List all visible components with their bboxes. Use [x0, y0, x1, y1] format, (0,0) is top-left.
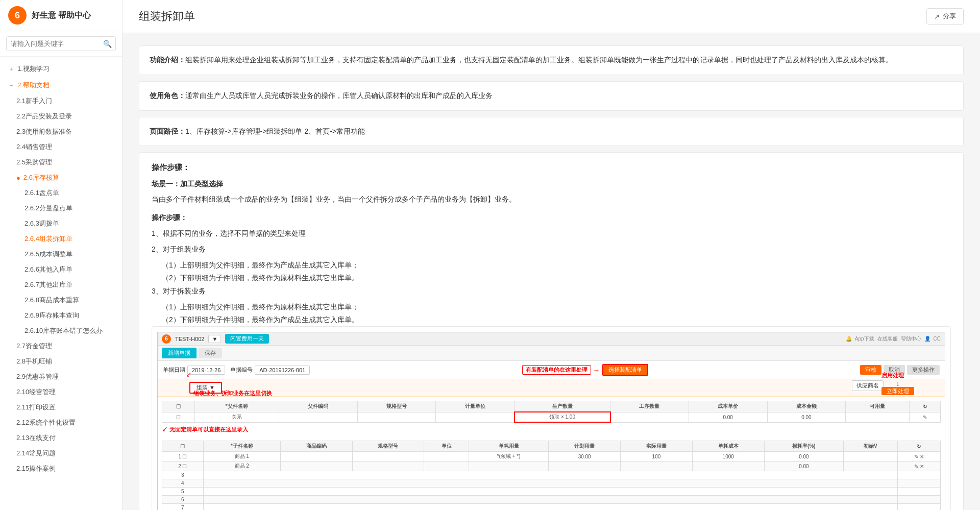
mock-topbar-id: TEST-H002 [175, 336, 204, 342]
table-row: ☐ 关系 领取 × 1.00 0.00 0.00 [162, 412, 941, 422]
table-row: 1 ☐ 商品 1 *(领域 + *) 30.00 100 1000 0 [162, 452, 941, 462]
sidebar-item-other-out[interactable]: 2.6.7其他出库单 [0, 277, 122, 293]
intro-card: 功能介绍：组装拆卸单用来处理企业组装或拆卸等加工业务，支持有固定装配清单的产品加… [139, 45, 964, 75]
col-child-action: ↻ [897, 441, 940, 452]
mock-os-left: 6 TEST-H002 ▼ 闲置费用一天 [162, 334, 269, 344]
row-action: ✎ [910, 412, 941, 422]
col-avail: 可用量 [846, 401, 910, 412]
row-empty [203, 471, 897, 479]
mock-annotation-3: 组装业务、拆卸业务在这里切换 [193, 390, 272, 397]
row-num: 4 [162, 479, 204, 488]
mock-logo: 6 [162, 334, 171, 344]
mock-child-table: ☐ *子件名称 商品编码 规格型号 单位 单耗用量 计划用量 实际用量 单耗成本 [162, 441, 941, 510]
sidebar: 6 好生意 帮助中心 🔍 ＋ 1.视频学习 － 2.帮助文档 2.1新手入门 2… [0, 0, 122, 510]
leaf-label: 2.6.5成本调整单 [24, 250, 72, 259]
mock-child-table-area: ☐ *子件名称 商品编码 规格型号 单位 单耗用量 计划用量 实际用量 单耗成本 [158, 436, 945, 510]
table-row: 6 [162, 496, 941, 504]
col-proc-qty: 工序数量 [610, 401, 689, 412]
sidebar-sub-label: 2.7资金管理 [16, 342, 52, 351]
mock-enable-area: 供应商名 [852, 380, 884, 391]
sidebar-item-print[interactable]: 2.11打印设置 [0, 400, 122, 415]
sidebar-sub-label: 2.14常见问题 [16, 449, 56, 458]
row-cost-unit: 0.00 [689, 412, 767, 422]
sidebar-item-sales[interactable]: 2.4销售管理 [0, 139, 122, 155]
row-unit [436, 412, 514, 422]
sidebar-item-cost-recalc[interactable]: 2.6.8商品成本重算 [0, 293, 122, 308]
row-child-unit [424, 462, 469, 471]
sidebar-item-faq[interactable]: 2.14常见问题 [0, 446, 122, 461]
col-prod-qty: 生产数量 [514, 401, 610, 412]
sidebar-item-mobile[interactable]: 2.8手机旺铺 [0, 354, 122, 369]
sidebar-item-transfer[interactable]: 2.6.3调拨单 [0, 216, 122, 231]
row-check: 2 ☐ [162, 462, 204, 471]
collapse-icon: － [8, 81, 14, 90]
sidebar-item-help-docs[interactable]: － 2.帮助文档 [0, 77, 122, 93]
sidebar-sub-label: 2.8手机旺铺 [16, 357, 52, 366]
arrow-right-icon: → [593, 366, 600, 374]
mock-help: 在线客服 [877, 335, 898, 343]
sidebar-sub-label: 2.6库存核算 [23, 173, 59, 182]
col-action: ↻ [910, 401, 941, 412]
sidebar-item-other-in[interactable]: 2.6.6其他入库单 [0, 262, 122, 277]
col-spec: 规格型号 [357, 401, 436, 412]
sidebar-item-inventory-book[interactable]: 2.6.9库存账本查询 [0, 308, 122, 323]
row-action [897, 479, 940, 488]
step2-2: （2）下部明细为子件明细，最终作为原材料生成其它出库单。 [162, 272, 951, 284]
mock-annotation-5-area: ↙ 无固定清单可以直接在这里录入 [162, 425, 941, 433]
row-avail [846, 412, 910, 422]
arrow-down-icon: ↙ [186, 370, 192, 378]
role-card: 使用角色：通常由生产人员或库管人员完成拆装业务的操作，库管人员确认原材料的出库和… [139, 81, 964, 111]
mock-enable-input: 供应商名 [852, 380, 884, 391]
row-action: ✎ ✕ [897, 462, 940, 471]
mock-tab-new: 新增单据 [162, 348, 197, 358]
main-area: 组装拆卸单 ↗ 分享 功能介绍：组装拆卸单用来处理企业组装或拆卸等加工业务，支持… [122, 0, 980, 510]
mock-enable-btn: 立即处理 [881, 387, 914, 395]
search-icon[interactable]: 🔍 [103, 40, 112, 48]
role-text: 通常由生产人员或库管人员完成拆装业务的操作，库管人员确认原材料的出库和产成品的入… [185, 91, 493, 100]
sidebar-item-beginner[interactable]: 2.1新手入门 [0, 93, 122, 109]
sidebar-item-video-learning[interactable]: ＋ 1.视频学习 [0, 61, 122, 77]
share-button[interactable]: ↗ 分享 [926, 8, 964, 25]
row-action: ✎ ✕ [897, 452, 940, 462]
sidebar-item-payment[interactable]: 2.13在线支付 [0, 430, 122, 446]
leaf-label: 2.6.7其他出库单 [24, 280, 72, 289]
mock-parent-table-area: ☐ *父件名称 父件编码 规格型号 计量单位 生产数量 工序数量 成本单价 成本… [158, 397, 945, 435]
sidebar-item-purchase[interactable]: 2.5采购管理 [0, 155, 122, 170]
row-actual [621, 462, 693, 471]
sidebar-item-finance[interactable]: 2.7资金管理 [0, 338, 122, 354]
scene1-desc: 当由多个子件材料组装成一个成品的业务为【组装】业务，当由一个父件拆分成多个子产品… [152, 193, 951, 206]
sidebar-item-cases[interactable]: 2.15操作案例 [0, 461, 122, 476]
mock-form-date-val: 2019-12-26 [187, 366, 225, 375]
sidebar-item-ops[interactable]: 2.10经营管理 [0, 384, 122, 400]
col-single-usage: 单耗用量 [469, 441, 548, 452]
mock-form-id: 单据编号 AD-20191226-001 [230, 366, 310, 375]
sidebar-item-customize[interactable]: 2.12系统个性化设置 [0, 415, 122, 430]
mock-annotation-4: 启用处理 [881, 372, 904, 378]
col-child-spec: 规格型号 [352, 441, 424, 452]
sidebar-item-partial-check[interactable]: 2.6.2分量盘点单 [0, 201, 122, 216]
sidebar-sub-label: 2.10经营管理 [16, 387, 56, 397]
sidebar-item-install[interactable]: 2.2产品安装及登录 [0, 109, 122, 124]
sidebar-item-inventory[interactable]: ● 2.6库存核算 [0, 170, 122, 185]
col-child-unit: 单位 [424, 441, 469, 452]
ops-title: 操作步骤： [152, 163, 951, 173]
sidebar-item-cost-adjust[interactable]: 2.6.5成本调整单 [0, 247, 122, 262]
path-text: 1、库存核算->库存管理->组装拆卸单 2、首页->常用功能 [185, 127, 365, 135]
row-num: 5 [162, 488, 204, 496]
sidebar-item-coupon[interactable]: 2.9优惠券管理 [0, 369, 122, 384]
sidebar-item-assembly[interactable]: 2.6.4组装拆卸单 [0, 231, 122, 247]
sidebar-item-inventory-error[interactable]: 2.6.10库存账本错了怎么办 [0, 323, 122, 338]
screenshot-container: 6 TEST-H002 ▼ 闲置费用一天 🔔 App下载 在线客服 帮助中心 👤… [152, 326, 951, 510]
search-input[interactable] [6, 36, 116, 51]
path-label: 页面路径： [150, 127, 185, 135]
col-init-v: 初始V [844, 441, 897, 452]
logo-text: 好生意 帮助中心 [32, 10, 91, 21]
row-action [897, 504, 940, 510]
ops-steps-title: 操作步骤： [152, 211, 951, 224]
mock-app-store: App下载 [855, 335, 874, 343]
sidebar-item-data-prep[interactable]: 2.3使用前数据准备 [0, 124, 122, 139]
sidebar-item-inventory-check[interactable]: 2.6.1盘点单 [0, 185, 122, 201]
mock-form-header: 单据日期 2019-12-26 单据编号 AD-20191226-001 有装配… [158, 361, 945, 379]
sidebar-header: 6 好生意 帮助中心 [0, 0, 122, 31]
sidebar-sub-label: 2.12系统个性化设置 [16, 418, 76, 427]
